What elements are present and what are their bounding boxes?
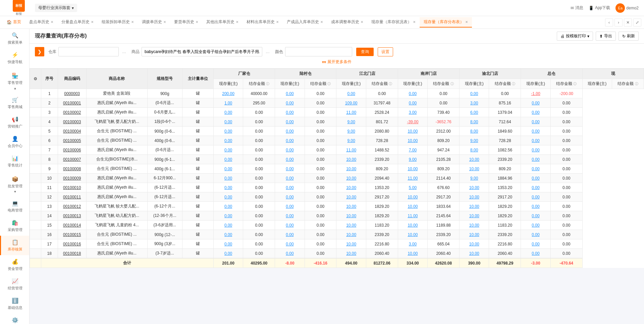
sidebar-item-label: 会员中心: [8, 143, 22, 148]
tab-material-out[interactable]: 材料出库单历史 ✕: [243, 17, 283, 28]
col-jiangbei: 江北门店: [336, 69, 398, 79]
expand-tab-btn[interactable]: ⤢: [633, 18, 641, 27]
table-row: 1400100013飞鹤星飞帆 幼儿配方奶...(12-36个月...罐0.00…: [30, 211, 644, 221]
store-icon: 🏪: [12, 73, 18, 79]
product-filter: 商品 …: [131, 47, 271, 56]
sidebar-item-basic[interactable]: ℹ️ 基础信息: [0, 294, 29, 314]
filter-arrow-button[interactable]: ❯: [35, 47, 44, 56]
main-layout: 🔍 搜索英单 ⚡ 快捷导航 🏪 零售管理 ▲ 🛒 零售商城 📢 营销推广 👤 会…: [0, 29, 644, 324]
tab-assembly[interactable]: 组装拆卸单历史 ✕: [98, 17, 138, 28]
page-header-actions: 🖨 按模板打印 ▾ ⬆ 导出 ↻ 刷新: [557, 32, 639, 41]
sidebar-item-system[interactable]: ⚙️ 系统管理: [0, 314, 29, 324]
sub-factory-qty: 现存量(主): [213, 79, 243, 89]
query-button[interactable]: 查询: [356, 48, 374, 56]
close-icon[interactable]: ✕: [196, 20, 198, 24]
tab-other-out[interactable]: 其他出库单历史 ✕: [202, 17, 243, 28]
tab-product-in[interactable]: 产成品入库单历史 ✕: [283, 17, 327, 28]
sidebar-item-label: 电商管理: [8, 208, 22, 213]
tab-cost-adjust[interactable]: 成本调整单历史 ✕: [327, 17, 367, 28]
col-total-wh: 总仓: [521, 69, 582, 79]
expand-more-btn[interactable]: ▾▾ 展开更多条件: [322, 59, 352, 65]
sub-grand-qty: 现存量(主): [582, 79, 612, 89]
close-icon[interactable]: ✕: [163, 20, 166, 24]
table-row: 1000100009惠氏启赋 (Wyeth illu...6-12月900...…: [30, 174, 644, 183]
table-row: 1600100015合生元 (BIOSTIME) ...900g (12-...…: [30, 230, 644, 239]
sidebar-item-retail-mgmt[interactable]: 🏪 零售管理 ▲: [0, 69, 29, 93]
tab-transfer[interactable]: 调拨单历史 ✕: [138, 17, 170, 28]
table-row: 1200100011惠氏启赋 (Wyeth illu...(6-12月适...罐…: [30, 192, 644, 202]
sidebar-item-label: 零售统计: [8, 163, 22, 168]
sidebar-item-retail-stats[interactable]: 📊 零售统计: [0, 152, 29, 171]
message-action[interactable]: ✉ 消息: [571, 5, 583, 11]
summary-row: 合计201.0040295.00-8.00-416.16494.0081272.…: [30, 258, 644, 268]
tab-controls: ‹ › ✕ ⤢: [605, 18, 641, 27]
product-ellipsis[interactable]: …: [264, 49, 271, 54]
col-yubei: 渝北门店: [460, 69, 521, 79]
close-icon[interactable]: ✕: [236, 20, 238, 24]
prev-tab-btn[interactable]: ‹: [605, 18, 613, 27]
page-title: 现存量查询(库存分布): [35, 33, 87, 40]
warehouse-ellipsis[interactable]: …: [121, 49, 127, 54]
user-action[interactable]: Ea demo2: [615, 3, 639, 13]
tab-home[interactable]: 🏠 首页: [3, 17, 25, 28]
nav-tabs-bar: 🏠 首页 盘点单历史 ✕ 分量盘点单历史 ✕ 组装拆卸单历史 ✕ 调拨单历史 ✕…: [0, 16, 644, 29]
col-code: 商品编码: [58, 69, 86, 89]
close-icon[interactable]: ✕: [413, 20, 416, 24]
settings-button[interactable]: 设置: [378, 47, 393, 56]
color-input[interactable]: [285, 47, 352, 56]
org-selector[interactable]: 母婴行业演示陈套 ▾: [35, 4, 77, 12]
logo-area: 标报 标报: [5, 0, 32, 16]
main-content: 现存量查询(库存分布) 🖨 按模板打印 ▾ ⬆ 导出 ↻ 刷新: [30, 29, 644, 324]
close-icon[interactable]: ✕: [131, 20, 134, 24]
sidebar-item-finance[interactable]: 💰 资金管理: [0, 255, 29, 275]
close-icon[interactable]: ✕: [276, 20, 279, 24]
product-input[interactable]: [142, 47, 262, 56]
warehouse-label: 仓库: [48, 49, 56, 55]
table-row: 1700100016合生元 (BIOSTIME) ...900g (3岁...罐…: [30, 239, 644, 249]
refresh-button[interactable]: ↻ 刷新: [619, 32, 639, 41]
print-button[interactable]: 🖨 按模板打印 ▾: [557, 32, 593, 41]
sidebar-item-ops[interactable]: 📈 经营管理: [0, 275, 29, 294]
app-download-action[interactable]: 📱 App下载: [589, 5, 610, 11]
sub-jb-qty: 现存量(主): [336, 79, 366, 89]
sidebar-item-search[interactable]: 🔍 搜索英单: [0, 29, 29, 48]
close-tab-btn[interactable]: ✕: [624, 18, 632, 27]
col-factory: 厂家仓: [213, 69, 275, 79]
warehouse-input[interactable]: [58, 47, 119, 56]
sidebar-item-wholesale[interactable]: 📦 批发管理 ▼: [0, 173, 29, 197]
next-tab-btn[interactable]: ›: [614, 18, 623, 27]
settings-icon[interactable]: ⚙: [34, 77, 37, 81]
sidebar-item-member[interactable]: 👤 会员中心: [0, 132, 29, 152]
avatar: Ea: [615, 3, 625, 13]
search-icon: 🔍: [12, 32, 18, 39]
sidebar-item-label: 基础信息: [8, 305, 22, 310]
sidebar-item-inventory[interactable]: 📋 库存核算: [0, 236, 29, 255]
chart-icon: 📊: [12, 155, 18, 161]
trend-icon: 📈: [12, 278, 18, 284]
export-button[interactable]: ⬆ 导出: [596, 32, 616, 41]
sidebar-item-purchase[interactable]: 🛍️ 采购管理: [0, 216, 29, 236]
bag-icon: 🛍️: [12, 220, 18, 226]
tab-branch-check[interactable]: 分量盘点单历史 ✕: [57, 17, 98, 28]
sub-total-amount: 结存金额 ⓘ: [550, 79, 582, 89]
close-icon[interactable]: ✕: [465, 20, 468, 24]
sidebar-item-retail-shop[interactable]: 🛒 零售商城: [0, 93, 29, 113]
box-icon: 📦: [12, 176, 18, 182]
tab-inventory-check[interactable]: 盘点单历史 ✕: [25, 17, 57, 28]
cart-icon: 🛒: [12, 97, 18, 103]
col-luc: 陆村仓: [275, 69, 336, 79]
sidebar-item-label: 零售商城: [8, 104, 22, 109]
close-icon[interactable]: ✕: [51, 20, 53, 24]
sidebar-item-ecommerce[interactable]: 💻 电商管理: [0, 197, 29, 216]
tab-stock-status[interactable]: 现存量（库存状况表） ✕: [367, 17, 420, 28]
close-icon[interactable]: ✕: [91, 20, 94, 24]
sidebar-item-marketing[interactable]: 📢 营销推广: [0, 113, 29, 132]
tab-order[interactable]: 要货单历史 ✕: [170, 17, 202, 28]
tab-stock-dist[interactable]: 现存量（库存分布表） ✕: [420, 17, 472, 28]
sidebar-item-nav[interactable]: ⚡ 快捷导航: [0, 48, 29, 68]
gear-icon: ⚙️: [12, 317, 18, 323]
col-settings[interactable]: ⚙: [30, 69, 41, 89]
close-icon[interactable]: ✕: [320, 20, 323, 24]
close-icon[interactable]: ✕: [361, 20, 363, 24]
sidebar-item-label: 批发管理: [8, 184, 22, 189]
